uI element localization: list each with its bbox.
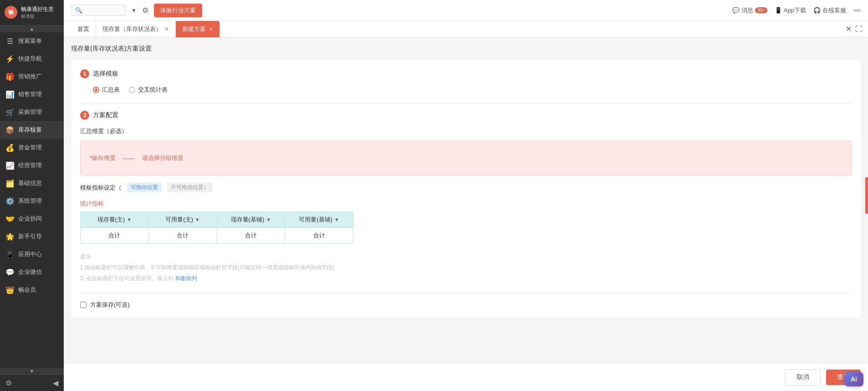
stats-section-label: 统计指标 (80, 200, 852, 208)
right-scroll-handle[interactable] (865, 177, 868, 214)
tab-new-plan[interactable]: 新建方案 ✕ (176, 21, 220, 37)
tips-title: 提示： (80, 253, 97, 260)
sales-icon: 📊 (5, 90, 15, 99)
tab-home[interactable]: 首页 (71, 21, 96, 37)
sidebar-logo: 畅 畅康通好生意 标准版 (0, 0, 64, 26)
template-summary-option[interactable]: 汇总表 (93, 86, 120, 94)
sidebar-item-label: 应用中心 (18, 250, 42, 258)
tab-new-plan-close[interactable]: ✕ (209, 26, 213, 32)
purchase-icon: 🛒 (5, 108, 15, 117)
settings-icon[interactable]: ⚙ (5, 379, 12, 387)
dimension-section-label: 汇总维度（必选） (80, 127, 852, 135)
sidebar-item-cooperation[interactable]: 🤝 企业协同 (0, 210, 64, 228)
finance-icon: 💰 (5, 144, 15, 152)
search-icon: 🔍 (75, 7, 82, 14)
collapse-icon[interactable]: ◀ (53, 379, 58, 387)
step2-header: 2 方案配置 (80, 111, 852, 120)
sidebar-item-label: 畅会员 (18, 286, 36, 294)
sidebar-item-label: 新手引导 (18, 232, 42, 241)
sidebar-item-label: 销售管理 (18, 90, 42, 98)
sidebar-item-label: 企业微信 (18, 268, 42, 276)
sidebar-item-finance[interactable]: 💰 资金管理 (0, 139, 64, 157)
sidebar-item-wechat[interactable]: 💬 企业微信 (0, 263, 64, 281)
sidebar-item-marketing[interactable]: 🎁 营销推广 (0, 68, 64, 86)
topbar-gear-icon[interactable]: ⚙ (142, 6, 148, 15)
stats-col-0-dropdown[interactable]: ▼ (127, 217, 132, 222)
step2-badge: 2 (80, 111, 89, 120)
stats-col-1-dropdown[interactable]: ▼ (195, 217, 200, 222)
sidebar-item-label: 营销推广 (18, 72, 42, 81)
tab-inventory-status[interactable]: 现存量（库存状况表） ✕ (96, 21, 176, 37)
tips-item-2: 2. 点击标题栏下拉可设置排序、插入列 和删除列 (80, 273, 852, 284)
sidebar-item-label: 搜索菜单 (18, 37, 42, 45)
topbar-dropdown-icon[interactable]: ▼ (131, 7, 137, 14)
app-center-icon: 📱 (5, 250, 15, 259)
message-badge: 99+ (755, 7, 767, 13)
search-menu-icon: ☰ (5, 37, 15, 46)
ai-button[interactable]: Ai (844, 372, 863, 386)
template-cross-radio[interactable] (129, 87, 135, 93)
basic-info-icon: 🗂️ (5, 179, 15, 188)
save-label: 方案保存(可选) (90, 301, 130, 309)
stats-col-0: 现存量(主) ▼ (81, 212, 149, 227)
sidebar-scroll-up[interactable]: ▲ (0, 26, 64, 32)
template-cross-option[interactable]: 交叉统计表 (129, 86, 168, 94)
stats-col-2-dropdown[interactable]: ▼ (266, 217, 271, 222)
sidebar-item-vip[interactable]: 👑 畅会员 (0, 281, 64, 299)
marketing-icon: 🎁 (5, 72, 15, 81)
indicator-settings-label: 模板指标设定（ (80, 184, 122, 192)
sidebar-item-label: 基础信息 (18, 179, 42, 187)
template-options: 汇总表 交叉统计表 (93, 86, 852, 94)
message-button[interactable]: 💬 消息 99+ (732, 6, 767, 15)
sidebar-item-label: 采购管理 (18, 108, 42, 116)
phone-icon: 📱 (775, 7, 782, 14)
tab-inventory-label: 现存量（库存状况表） (102, 25, 162, 33)
save-option: 方案保存(可选) (80, 293, 852, 309)
save-checkbox[interactable] (80, 302, 87, 308)
search-input[interactable] (85, 7, 122, 14)
sidebar-item-system[interactable]: ⚙️ 系统管理 (0, 192, 64, 210)
tab-inventory-close[interactable]: ✕ (164, 26, 169, 32)
online-service-button[interactable]: 🎧 在线客服 (813, 6, 846, 15)
tabbar: 首页 现存量（库存状况表） ✕ 新建方案 ✕ ✕ ⛶ (64, 21, 868, 37)
stats-cell-1: 合计 (149, 228, 217, 243)
headset-icon: 🎧 (813, 7, 821, 14)
sidebar-item-purchase[interactable]: 🛒 采购管理 (0, 103, 64, 121)
sidebar-item-basic-info[interactable]: 🗂️ 基础信息 (0, 175, 64, 192)
main-area: 🔍 ▼ ⚙ 体验行业方案 💬 消息 99+ 📱 App下载 🎧 在线客服 (64, 0, 868, 391)
tab-new-plan-label: 新建方案 (182, 25, 206, 33)
sidebar-item-guide[interactable]: 🌟 新手引导 (0, 228, 64, 246)
dimension-area[interactable]: *纵向维度 —— 请选择分组维度 (80, 141, 852, 175)
stats-table: 现存量(主) ▼ 可用量(主) ▼ 现存量(基辅) ▼ 可用量(基辅) ▼ (80, 211, 353, 244)
sidebar-item-sales[interactable]: 📊 销售管理 (0, 86, 64, 103)
inventory-icon: 📦 (5, 126, 15, 134)
sidebar-scroll-down[interactable]: ▼ (0, 368, 64, 375)
sidebar-item-app-center[interactable]: 📱 应用中心 (0, 246, 64, 263)
indicator-settings: 模板指标设定（ 可拖动位置 不可拖动位置） (80, 183, 852, 192)
sidebar-item-inventory[interactable]: 📦 库存核算 (0, 121, 64, 139)
window-close-icon[interactable]: ✕ (846, 25, 852, 33)
app-download-button[interactable]: 📱 App下载 (775, 6, 806, 15)
sidebar-item-quick-nav[interactable]: ⚡ 快捷导航 (0, 50, 64, 68)
sidebar-item-search[interactable]: ☰ 搜索菜单 (0, 32, 64, 50)
settings-card: 1 选择模板 汇总表 交叉统计表 2 方案配置 汇总维度（必选） (71, 60, 861, 318)
cancel-button[interactable]: 取消 (785, 369, 821, 386)
stats-col-1: 可用量(主) ▼ (149, 212, 217, 227)
quick-nav-icon: ⚡ (5, 55, 15, 63)
trial-industry-button[interactable]: 体验行业方案 (154, 4, 202, 17)
message-icon: 💬 (732, 7, 740, 14)
window-expand-icon[interactable]: ⛶ (855, 25, 863, 33)
template-summary-radio[interactable] (93, 87, 99, 93)
step1-title: 选择模板 (93, 70, 118, 78)
stats-cell-3: 合计 (285, 228, 353, 243)
search-box[interactable]: 🔍 (71, 5, 126, 16)
stats-col-3-dropdown[interactable]: ▼ (334, 217, 339, 222)
stats-table-row: 合计 合计 合计 合计 (81, 227, 353, 243)
sidebar-item-label: 资金管理 (18, 144, 42, 152)
system-icon: ⚙️ (5, 197, 15, 206)
topbar-right: 💬 消息 99+ 📱 App下载 🎧 在线客服 (732, 6, 861, 15)
user-avatar[interactable] (853, 9, 861, 12)
topbar: 🔍 ▼ ⚙ 体验行业方案 💬 消息 99+ 📱 App下载 🎧 在线客服 (64, 0, 868, 21)
sidebar-item-management[interactable]: 📈 经营管理 (0, 157, 64, 175)
tips-section: 提示： 1.拖动标题栏可以调整布局，不可跨维度或指标区域拖动栏目字段(只能在同一… (80, 251, 852, 284)
